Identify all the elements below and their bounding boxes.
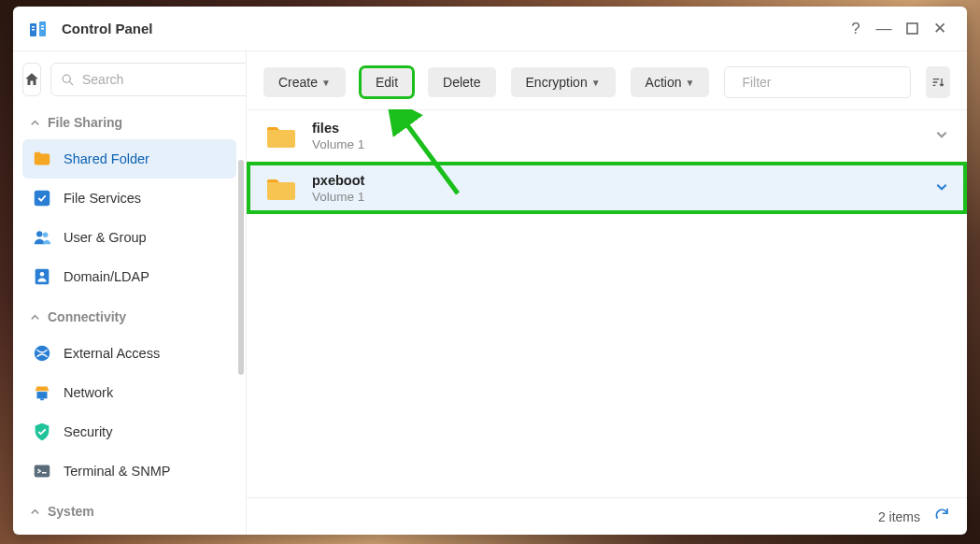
sidebar-item-terminal-snmp[interactable]: Terminal & SNMP — [22, 451, 236, 491]
sidebar-scrollbar[interactable] — [238, 160, 244, 375]
folder-row[interactable]: files Volume 1 — [247, 109, 967, 162]
titlebar: Control Panel ? — ✕ — [13, 7, 967, 51]
sidebar-search-input[interactable] — [82, 72, 246, 87]
chevron-up-icon — [30, 118, 40, 128]
svg-rect-5 — [41, 28, 44, 30]
filter-input[interactable] — [742, 75, 905, 90]
folder-volume: Volume 1 — [312, 137, 920, 151]
section-connectivity[interactable]: Connectivity — [22, 296, 236, 334]
chevron-up-icon — [30, 312, 40, 322]
status-bar: 2 items — [247, 497, 967, 535]
folder-volume: Volume 1 — [312, 190, 920, 204]
svg-rect-12 — [36, 269, 50, 285]
chevron-down-icon[interactable] — [935, 128, 948, 144]
sidebar-item-external-access[interactable]: External Access — [22, 334, 236, 373]
home-icon — [23, 71, 40, 88]
user-group-icon — [32, 227, 52, 248]
sidebar-item-label: Terminal & SNMP — [64, 464, 170, 479]
terminal-icon — [32, 461, 52, 481]
delete-button[interactable]: Delete — [428, 67, 495, 97]
network-icon — [32, 382, 52, 403]
filter-box[interactable] — [724, 66, 911, 98]
folder-name: files — [312, 121, 920, 136]
search-icon — [61, 73, 75, 87]
svg-line-8 — [69, 81, 73, 85]
close-button[interactable]: ✕ — [926, 15, 954, 43]
sidebar-item-label: File Services — [64, 191, 141, 206]
sidebar-item-domain-ldap[interactable]: Domain/LDAP — [22, 257, 236, 296]
caret-down-icon: ▼ — [591, 78, 601, 88]
sidebar-item-label: User & Group — [64, 230, 147, 245]
toolbar: Create ▼ Edit Delete Encryption ▼ Action — [247, 51, 967, 109]
item-count: 2 items — [878, 509, 920, 524]
folder-icon — [265, 123, 297, 150]
sidebar-item-label: External Access — [64, 346, 160, 361]
control-panel-window: Control Panel ? — ✕ File Sharing — [13, 7, 967, 535]
main-panel: Create ▼ Edit Delete Encryption ▼ Action — [247, 51, 967, 535]
edit-button[interactable]: Edit — [361, 67, 413, 97]
sidebar-item-file-services[interactable]: File Services — [22, 179, 236, 218]
chevron-down-icon[interactable] — [935, 180, 948, 196]
svg-point-14 — [35, 346, 50, 362]
sidebar-item-label: Shared Folder — [64, 151, 149, 166]
sidebar-item-label: Domain/LDAP — [64, 269, 149, 284]
folder-row[interactable]: pxeboot Volume 1 — [247, 162, 967, 214]
create-button[interactable]: Create ▼ — [263, 67, 346, 97]
sidebar: File Sharing Shared Folder File Services… — [13, 51, 247, 535]
svg-rect-3 — [32, 29, 35, 31]
action-button[interactable]: Action ▼ — [631, 67, 710, 97]
home-button[interactable] — [22, 63, 41, 96]
caret-down-icon: ▼ — [686, 78, 695, 88]
file-services-icon — [32, 188, 52, 208]
svg-point-13 — [40, 272, 45, 277]
window-title: Control Panel — [62, 21, 842, 36]
refresh-icon — [933, 506, 950, 523]
svg-rect-6 — [907, 23, 917, 34]
sidebar-item-network[interactable]: Network — [22, 373, 236, 412]
svg-rect-16 — [40, 398, 44, 400]
svg-point-10 — [36, 231, 42, 236]
svg-rect-4 — [41, 25, 44, 27]
svg-rect-15 — [37, 392, 48, 398]
external-access-icon — [32, 343, 52, 364]
help-button[interactable]: ? — [842, 15, 870, 43]
svg-rect-17 — [35, 465, 50, 478]
caret-down-icon: ▼ — [321, 78, 331, 88]
domain-ldap-icon — [32, 266, 52, 287]
chevron-up-icon — [30, 507, 40, 517]
folder-list: files Volume 1 pxeboot Volume 1 — [247, 109, 967, 497]
sort-icon — [930, 75, 945, 90]
sidebar-item-label: Security — [64, 424, 112, 439]
svg-rect-2 — [32, 26, 35, 28]
svg-point-11 — [43, 233, 48, 238]
section-file-sharing[interactable]: File Sharing — [22, 102, 236, 139]
folder-icon — [265, 176, 297, 202]
sidebar-item-label: Network — [64, 385, 113, 400]
refresh-button[interactable] — [933, 506, 950, 527]
sidebar-item-shared-folder[interactable]: Shared Folder — [22, 139, 236, 179]
svg-point-7 — [63, 75, 70, 82]
folder-name: pxeboot — [312, 173, 920, 188]
shared-folder-icon — [32, 149, 52, 169]
encryption-button[interactable]: Encryption ▼ — [511, 67, 616, 97]
sidebar-item-user-group[interactable]: User & Group — [22, 218, 236, 257]
shield-icon — [32, 422, 52, 442]
svg-rect-9 — [35, 191, 50, 207]
sidebar-search[interactable] — [50, 63, 247, 96]
minimize-button[interactable]: — — [870, 15, 898, 43]
sidebar-item-security[interactable]: Security — [22, 412, 236, 451]
sort-button[interactable] — [926, 66, 950, 98]
maximize-button[interactable] — [898, 15, 926, 43]
section-system[interactable]: System — [22, 491, 236, 528]
app-icon — [26, 17, 50, 41]
